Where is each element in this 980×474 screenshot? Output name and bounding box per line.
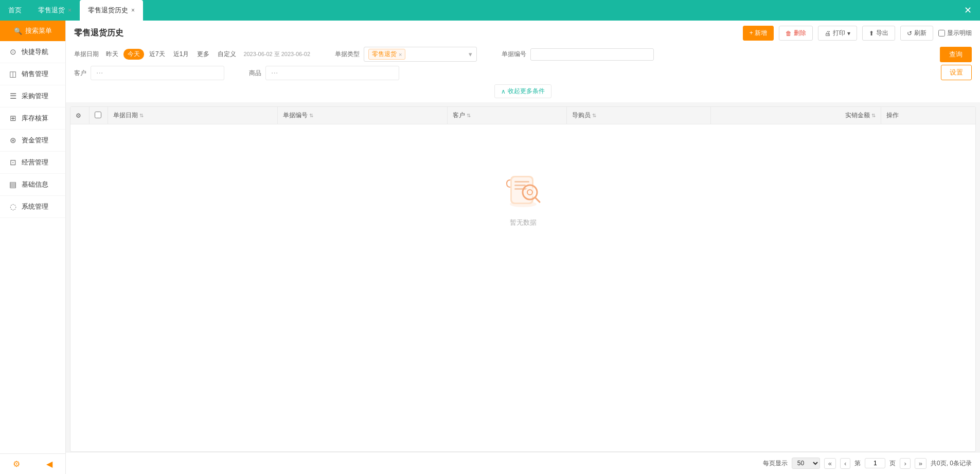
refresh-button[interactable]: ↺ 刷新 <box>900 26 933 41</box>
tab-return-history-close[interactable]: × <box>131 7 135 14</box>
date-today[interactable]: 今天 <box>123 49 144 60</box>
th-settings: ⚙ <box>70 107 89 124</box>
goods-label: 商品 <box>249 69 261 78</box>
customer-label: 客户 <box>74 69 86 78</box>
new-button[interactable]: + 新增 <box>743 26 774 41</box>
sidebar-search-label: 搜索菜单 <box>25 26 52 35</box>
type-filter-group: 单据类型 零售退货 × ▾ <box>335 47 477 62</box>
delete-button-label: 删除 <box>794 29 806 38</box>
th-amount-label: 实销金额 <box>845 111 870 120</box>
purchase-icon: ☰ <box>8 92 17 101</box>
tab-return-history-label: 零售退货历史 <box>88 6 128 15</box>
empty-state: 暂无数据 <box>70 124 975 268</box>
page-input[interactable] <box>865 458 885 468</box>
goods-input[interactable]: ··· <box>265 66 399 80</box>
select-all-checkbox[interactable] <box>95 112 101 118</box>
print-icon: 🖨 <box>825 30 831 37</box>
th-guide: 导购员 ⇅ <box>566 107 711 124</box>
tab-return[interactable]: 零售退货 × <box>30 0 80 21</box>
date-yesterday[interactable]: 昨天 <box>103 49 121 60</box>
sidebar-item-basic-info[interactable]: ▤ 基础信息 <box>0 174 65 196</box>
delete-button[interactable]: 🗑 删除 <box>779 26 813 41</box>
query-button[interactable]: 查询 <box>940 47 972 62</box>
th-guide-label: 导购员 <box>572 111 591 120</box>
type-tag-close[interactable]: × <box>399 51 402 58</box>
empty-text: 暂无数据 <box>510 218 537 227</box>
sidebar-item-system[interactable]: ◌ 系统管理 <box>0 196 65 218</box>
collapse-icon: ∧ <box>501 88 506 95</box>
pagination-bar: 每页显示 50 10 20 100 « ‹ 第 页 › » 共0页, 0条记录 <box>66 452 980 474</box>
sidebar-item-inventory[interactable]: ⊞ 库存核算 <box>0 107 65 130</box>
per-page-label: 每页显示 <box>763 459 788 468</box>
tab-return-label: 零售退货 <box>38 6 65 15</box>
svg-line-8 <box>535 197 540 202</box>
th-date-sort[interactable]: ⇅ <box>139 113 144 118</box>
collapse-button[interactable]: ∧ 收起更多条件 <box>494 84 551 98</box>
date-more[interactable]: 更多 <box>194 49 212 60</box>
page-unit: 页 <box>889 459 896 468</box>
content-area: 零售退货历史 + 新增 🗑 删除 🖨 打印 ▾ ⬆ <box>66 21 980 474</box>
date-7days[interactable]: 近7天 <box>146 49 168 60</box>
sidebar-item-finance[interactable]: ⊛ 资金管理 <box>0 130 65 152</box>
total-label: 共0页, 0条记录 <box>931 459 972 468</box>
th-amount-sort[interactable]: ⇅ <box>871 113 876 118</box>
tab-return-history[interactable]: 零售退货历史 × <box>80 0 143 21</box>
th-number-label: 单据编号 <box>283 111 308 120</box>
th-customer-sort[interactable]: ⇅ <box>467 113 471 118</box>
goods-dots: ··· <box>271 68 278 77</box>
operations-icon: ⊡ <box>8 158 17 167</box>
settings-button[interactable]: 设置 <box>941 65 972 80</box>
sidebar-search[interactable]: 🔍 搜索菜单 <box>0 21 65 41</box>
sidebar-item-purchase[interactable]: ☰ 采购管理 <box>0 85 65 107</box>
basic-info-icon: ▤ <box>8 180 17 189</box>
th-action-label: 操作 <box>886 112 899 119</box>
tab-return-close[interactable]: × <box>68 7 72 14</box>
type-tag-value: 零售退货 <box>372 50 397 59</box>
tab-home[interactable]: 首页 <box>0 0 30 21</box>
type-select[interactable]: 零售退货 × ▾ <box>364 47 477 62</box>
sidebar-item-operations[interactable]: ⊡ 经营管理 <box>0 152 65 174</box>
new-button-label: + 新增 <box>750 29 767 38</box>
print-dropdown-icon: ▾ <box>847 30 850 37</box>
date-range: 2023-06-02 至 2023-06-02 <box>243 50 310 58</box>
sidebar-item-sales[interactable]: ◫ 销售管理 <box>0 63 65 85</box>
per-page-select[interactable]: 50 10 20 100 <box>792 458 820 469</box>
print-button[interactable]: 🖨 打印 ▾ <box>818 26 857 41</box>
first-page-button[interactable]: « <box>824 458 836 469</box>
settings-footer-icon[interactable]: ⚙ <box>13 459 20 469</box>
tab-home-label: 首页 <box>8 6 22 15</box>
quick-nav-icon: ⊙ <box>8 47 17 57</box>
voucher-filter-group: 单据编号 <box>502 48 654 61</box>
table-settings-icon[interactable]: ⚙ <box>76 112 81 119</box>
date-custom[interactable]: 自定义 <box>215 49 239 60</box>
finance-icon: ⊛ <box>8 136 17 145</box>
customer-input[interactable]: ··· <box>91 66 224 80</box>
empty-illustration <box>497 166 549 212</box>
data-table-container: ⚙ 单据日期 ⇅ 单据编号 <box>70 106 976 452</box>
refresh-button-label: 刷新 <box>914 29 926 38</box>
sidebar-item-quick-nav[interactable]: ⊙ 快捷导航 <box>0 41 65 63</box>
empty-state-row: 暂无数据 <box>70 124 975 269</box>
sidebar-item-system-label: 系统管理 <box>22 202 48 211</box>
type-tag: 零售退货 × <box>368 49 405 60</box>
date-label: 单据日期 <box>74 50 99 59</box>
th-guide-sort[interactable]: ⇅ <box>592 113 596 118</box>
svg-point-7 <box>525 187 535 197</box>
th-number: 单据编号 ⇅ <box>277 107 447 124</box>
th-number-sort[interactable]: ⇅ <box>309 113 313 118</box>
sidebar-item-inventory-label: 库存核算 <box>22 114 48 123</box>
export-button[interactable]: ⬆ 导出 <box>862 26 895 41</box>
show-detail-checkbox[interactable] <box>938 30 945 37</box>
prev-page-button[interactable]: ‹ <box>840 458 850 469</box>
right-actions: 查询 设置 <box>940 47 972 80</box>
close-window-button[interactable]: ✕ <box>956 5 980 16</box>
last-page-button[interactable]: » <box>915 458 926 469</box>
th-customer: 客户 ⇅ <box>448 107 566 124</box>
next-page-button[interactable]: › <box>900 458 910 469</box>
date-1month[interactable]: 近1月 <box>170 49 192 60</box>
show-detail-checkbox-wrapper: 显示明细 <box>938 29 972 38</box>
show-detail-label: 显示明细 <box>947 29 972 38</box>
collapse-sidebar-icon[interactable]: ◀ <box>46 459 52 469</box>
voucher-input[interactable] <box>530 48 654 61</box>
svg-rect-4 <box>514 185 526 186</box>
